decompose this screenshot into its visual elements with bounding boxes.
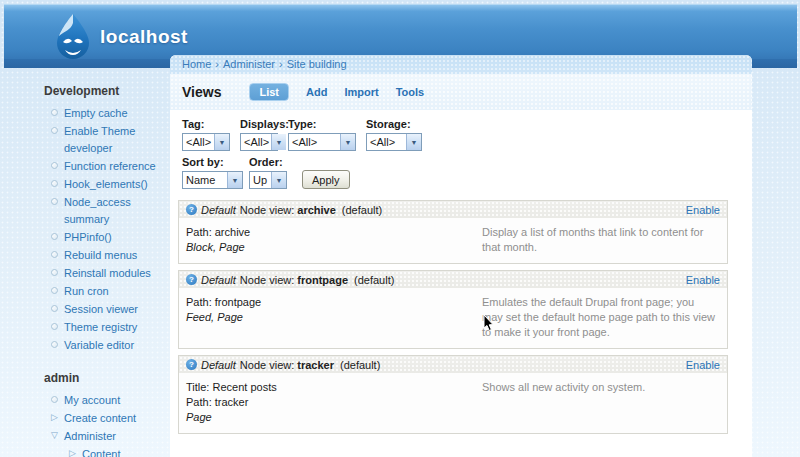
site-name-link[interactable]: localhost: [100, 26, 188, 48]
tab-add[interactable]: Add: [306, 86, 327, 98]
sidebar-link[interactable]: Rebuild menus: [64, 249, 137, 261]
filters: Tag: <All> ▼ Displays: <All> ▼ Type:: [182, 118, 740, 189]
view-type: Node view:: [240, 274, 294, 286]
view-details: Path: archive Block, Page: [186, 225, 482, 255]
bullet-circle-icon: [51, 251, 58, 258]
sidebar-link[interactable]: My account: [64, 394, 120, 406]
sidebar-item-content-management[interactable]: ▷Content management: [82, 446, 170, 457]
sidebar-item-rebuild-menus[interactable]: Rebuild menus: [64, 247, 170, 264]
dropdown-arrow-icon[interactable]: ▼: [271, 134, 286, 150]
breadcrumb-link-home[interactable]: Home: [182, 58, 211, 70]
sidebar-link[interactable]: Hook_elements(): [64, 178, 148, 190]
storage-select[interactable]: <All> ▼: [366, 133, 422, 151]
filter-storage: Storage: <All> ▼: [366, 118, 422, 151]
sidebar-item-phpinfo[interactable]: PHPinfo(): [64, 229, 170, 246]
tag-select[interactable]: <All> ▼: [182, 133, 230, 151]
view-row-header: ? Default Node view: tracker (default) E…: [179, 356, 727, 373]
view-details: Path: frontpage Feed, Page: [186, 295, 482, 340]
filter-row-2: Sort by: Name ▼ Order: Up ▼ Apply: [182, 156, 740, 189]
enable-link[interactable]: Enable: [686, 204, 720, 216]
sort-by-label: Sort by:: [182, 156, 243, 168]
tab-tools[interactable]: Tools: [396, 86, 425, 98]
view-row-frontpage: ? Default Node view: frontpage (default)…: [178, 270, 728, 349]
breadcrumb-link-administer[interactable]: Administer: [223, 58, 275, 70]
view-row-body: Path: archive Block, Page Display a list…: [179, 218, 727, 263]
sidebar-item-enable-theme-developer[interactable]: Enable Theme developer: [64, 123, 170, 157]
chevron-down-icon: ▽: [51, 428, 58, 443]
apply-button[interactable]: Apply: [302, 170, 350, 189]
sidebar-link[interactable]: PHPinfo(): [64, 231, 112, 243]
bullet-circle-icon: [51, 180, 58, 187]
breadcrumb-link-site-building[interactable]: Site building: [287, 58, 347, 70]
view-description: Display a list of months that link to co…: [482, 225, 720, 255]
view-row-archive: ? Default Node view: archive (default) E…: [178, 200, 728, 264]
help-icon[interactable]: ?: [186, 359, 197, 370]
view-path: Path: tracker: [186, 395, 482, 410]
sidebar-section-title-development: Development: [44, 84, 170, 98]
bullet-circle-icon: [51, 341, 58, 348]
sidebar-link[interactable]: Enable Theme developer: [64, 125, 135, 154]
view-path: Path: archive: [186, 225, 482, 240]
view-row-header: ? Default Node view: frontpage (default)…: [179, 271, 727, 288]
dropdown-arrow-icon[interactable]: ▼: [227, 172, 242, 188]
tag-select-value: <All>: [183, 136, 214, 148]
order-select[interactable]: Up ▼: [249, 171, 287, 189]
sidebar-link[interactable]: Empty cache: [64, 107, 128, 119]
filter-order: Order: Up ▼: [249, 156, 287, 189]
sidebar-link[interactable]: Node_access summary: [64, 196, 131, 225]
tab-list[interactable]: List: [249, 83, 289, 101]
sidebar-link[interactable]: Theme registry: [64, 321, 137, 333]
enable-link[interactable]: Enable: [686, 274, 720, 286]
sidebar-item-variable-editor[interactable]: Variable editor: [64, 337, 170, 354]
view-displays: Page: [186, 410, 482, 425]
view-details: Title: Recent posts Path: tracker Page: [186, 380, 482, 425]
sidebar-item-node-access-summary[interactable]: Node_access summary: [64, 194, 170, 228]
sidebar-item-my-account[interactable]: My account: [64, 392, 170, 409]
sidebar: Development Empty cache Enable Theme dev…: [0, 84, 170, 457]
dropdown-arrow-icon[interactable]: ▼: [271, 172, 286, 188]
dropdown-arrow-icon[interactable]: ▼: [214, 134, 229, 150]
sidebar-link[interactable]: Administer: [64, 430, 116, 442]
sidebar-menu-admin: My account ▷Create content ▽Administer ▷…: [64, 392, 170, 457]
sidebar-link[interactable]: Content management: [82, 448, 146, 457]
sidebar-link[interactable]: Reinstall modules: [64, 267, 151, 279]
sidebar-item-session-viewer[interactable]: Session viewer: [64, 301, 170, 318]
sort-by-select[interactable]: Name ▼: [182, 171, 243, 189]
sidebar-item-theme-registry[interactable]: Theme registry: [64, 319, 170, 336]
sidebar-item-run-cron[interactable]: Run cron: [64, 283, 170, 300]
sidebar-link[interactable]: Function reference: [64, 160, 156, 172]
sidebar-link[interactable]: Create content: [64, 412, 136, 424]
content-panel: Home›Administer›Site building Views List…: [170, 55, 752, 457]
sidebar-item-create-content[interactable]: ▷Create content: [64, 410, 170, 427]
storage-select-value: <All>: [367, 136, 406, 148]
title-tabs-bar: Views List Add Import Tools: [170, 74, 752, 110]
filter-row-1: Tag: <All> ▼ Displays: <All> ▼ Type:: [182, 118, 740, 151]
panel-body: Tag: <All> ▼ Displays: <All> ▼ Type:: [170, 110, 752, 457]
breadcrumb: Home›Administer›Site building: [170, 55, 752, 74]
sidebar-item-function-reference[interactable]: Function reference: [64, 158, 170, 175]
dropdown-arrow-icon[interactable]: ▼: [340, 134, 355, 150]
filter-displays-label: Displays:: [240, 118, 278, 130]
help-icon[interactable]: ?: [186, 274, 197, 285]
type-select-value: <All>: [289, 136, 340, 148]
tab-import[interactable]: Import: [344, 86, 378, 98]
sidebar-item-reinstall-modules[interactable]: Reinstall modules: [64, 265, 170, 282]
order-label: Order:: [249, 156, 287, 168]
dropdown-arrow-icon[interactable]: ▼: [406, 134, 421, 150]
displays-select[interactable]: <All> ▼: [240, 133, 278, 151]
sidebar-item-administer[interactable]: ▽Administer ▷Content management: [64, 428, 170, 457]
bullet-circle-icon: [51, 162, 58, 169]
enable-link[interactable]: Enable: [686, 359, 720, 371]
sidebar-section-title-admin: admin: [44, 371, 170, 385]
sidebar-item-hook-elements[interactable]: Hook_elements(): [64, 176, 170, 193]
sidebar-link[interactable]: Variable editor: [64, 339, 134, 351]
sidebar-link[interactable]: Session viewer: [64, 303, 138, 315]
type-select[interactable]: <All> ▼: [288, 133, 356, 151]
bullet-circle-icon: [51, 269, 58, 276]
view-title: Title: Recent posts: [186, 380, 482, 395]
sidebar-item-empty-cache[interactable]: Empty cache: [64, 105, 170, 122]
help-icon[interactable]: ?: [186, 204, 197, 215]
view-type: Node view:: [240, 359, 294, 371]
sidebar-link[interactable]: Run cron: [64, 285, 109, 297]
view-suffix: (default): [342, 204, 382, 216]
